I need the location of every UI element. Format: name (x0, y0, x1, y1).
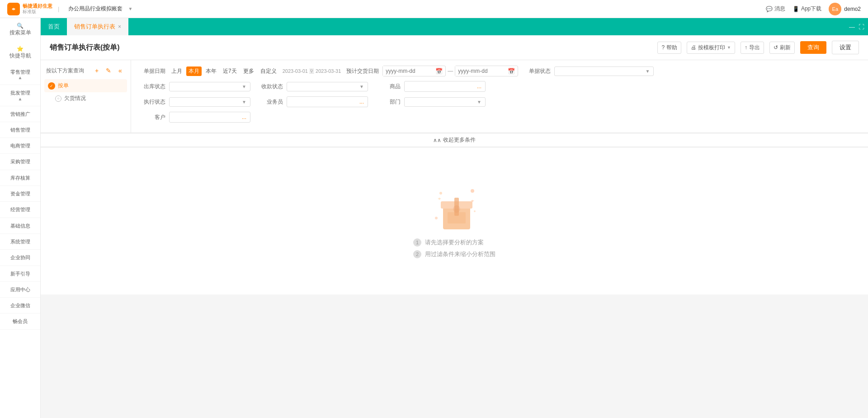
search-icon: 🔍 (17, 23, 24, 29)
customer-select[interactable]: ... (169, 112, 250, 123)
expected-delivery-date-group: 📅 — 📅 (382, 66, 518, 76)
sidebar-item-inventory[interactable]: 库存核算 (0, 170, 40, 186)
add-scheme-btn[interactable]: + (92, 66, 102, 76)
empty-illustration (432, 184, 477, 229)
tab-maximize-btn[interactable]: ⛶ (859, 24, 864, 30)
help-label: 帮助 (666, 44, 677, 52)
customer-label: 客户 (138, 114, 165, 121)
tab-close-icon[interactable]: × (118, 24, 121, 29)
sidebar-quick-nav[interactable]: ⭐ 快捷导航 (0, 41, 40, 64)
tab-sales-order[interactable]: 销售订单执行表 × (67, 18, 128, 35)
empty-tips: 1 请先选择要分析的方案 2 用过滤条件来缩小分析范围 (413, 238, 495, 258)
department-select[interactable]: ▼ (404, 97, 486, 107)
print-arrow-icon: ▼ (727, 45, 731, 50)
export-icon: ↑ (745, 44, 747, 51)
exec-status-arrow-icon: ▼ (242, 100, 246, 104)
app-name: 畅捷通好生意 (23, 3, 52, 9)
filter-field-customer: 客户 ... (138, 112, 250, 123)
empty-tip-1: 1 请先选择要分析的方案 (413, 238, 495, 247)
sidebar-item-purchase[interactable]: 采购管理 (0, 154, 40, 170)
logo-area: 畅捷通好生意 标准版 (7, 3, 52, 15)
sidebar-item-marketing[interactable]: 营销推广 (0, 106, 40, 122)
filter-row-1: 单据日期 上月 本月 本年 近7天 更多 自定义 2023-03-01 至 20… (138, 66, 861, 76)
date-tab-custom[interactable]: 自定义 (258, 66, 279, 76)
shipping-status-select[interactable]: ▼ (169, 82, 250, 91)
calendar-start-icon: 📅 (433, 68, 445, 75)
user-area[interactable]: Ea demo2 (829, 3, 861, 15)
app-download-action[interactable]: 📱 App下载 (793, 5, 821, 13)
query-btn[interactable]: 查询 (800, 41, 826, 54)
filter-fields: 单据日期 上月 本月 本年 近7天 更多 自定义 2023-03-01 至 20… (131, 60, 868, 133)
salesperson-select[interactable]: ... (287, 96, 368, 107)
sidebar-item-guide[interactable]: 新手引导 (0, 266, 40, 282)
sidebar-item-ecommerce[interactable]: 电商管理 (0, 138, 40, 154)
scheme-item-按单[interactable]: ✓ 按单 (44, 79, 127, 92)
order-status-select[interactable]: ▼ (554, 66, 654, 76)
exec-status-select[interactable]: ▼ (169, 97, 250, 107)
tab-home-label: 首页 (48, 23, 60, 31)
payment-status-select[interactable]: ▼ (287, 82, 368, 91)
tip-text-2: 用过滤条件来缩小分析范围 (425, 250, 495, 258)
tab-home[interactable]: 首页 (41, 18, 67, 35)
export-btn[interactable]: ↑ 导出 (741, 42, 764, 54)
sidebar-item-operation[interactable]: 经营管理 (0, 202, 40, 218)
header-right: 💬 消息 📱 App下载 Ea demo2 (766, 3, 861, 15)
scheme-label-按单: 按单 (58, 82, 69, 90)
sidebar: 🔍 搜索菜单 ⭐ 快捷导航 零售管理 ▲ 批发管理 ▲ 营销推广 销售管理 电商… (0, 18, 41, 418)
sidebar-item-wechat[interactable]: 企业微信 (0, 298, 40, 314)
sidebar-search-menu[interactable]: 🔍 搜索菜单 (0, 18, 40, 41)
sidebar-item-retail[interactable]: 零售管理 ▲ (0, 64, 40, 85)
tab-sales-order-label: 销售订单执行表 (74, 23, 115, 31)
message-action[interactable]: 💬 消息 (766, 5, 785, 13)
expected-delivery-end-field[interactable] (455, 66, 505, 76)
date-tab-current-month[interactable]: 本月 (186, 66, 202, 76)
svg-point-11 (453, 205, 460, 213)
collapse-up-icon: ∧∧ (433, 137, 441, 143)
svg-point-4 (435, 217, 438, 219)
tab-minimize-btn[interactable]: — (849, 24, 855, 30)
refresh-btn[interactable]: ↺ 刷新 (769, 42, 795, 54)
scheme-icon-欠货: ○ (55, 95, 61, 102)
sidebar-item-basic[interactable]: 基础信息 (0, 218, 40, 234)
payment-status-arrow-icon: ▼ (359, 84, 364, 89)
shipping-status-arrow-icon: ▼ (242, 84, 246, 89)
app-version: 标准版 (23, 9, 52, 14)
sidebar-item-appstore[interactable]: 应用中心 (0, 282, 40, 298)
date-tab-prev-month[interactable]: 上月 (169, 66, 184, 76)
tab-bar-actions: — ⛶ (845, 18, 868, 35)
sidebar-item-system[interactable]: 系统管理 (0, 234, 40, 250)
edit-scheme-btn[interactable]: ✎ (104, 66, 113, 76)
collapse-scheme-btn[interactable]: « (115, 66, 125, 76)
export-label: 导出 (749, 44, 760, 52)
expected-delivery-start-input[interactable]: 📅 (382, 66, 446, 76)
date-tab-current-year[interactable]: 本年 (203, 66, 219, 76)
svg-point-1 (439, 192, 442, 195)
sidebar-item-enterprise[interactable]: 企业协同 (0, 250, 40, 266)
help-btn[interactable]: ? 帮助 (657, 42, 681, 54)
filter-scheme-title: 按以下方案查询 (46, 67, 84, 75)
collapse-bar[interactable]: ∧∧ 收起更多条件 (41, 133, 868, 147)
svg-point-3 (474, 210, 476, 212)
settings-btn[interactable]: 设置 (832, 41, 859, 54)
refresh-label: 刷新 (780, 44, 791, 52)
date-tab-more[interactable]: 更多 (241, 66, 256, 76)
user-avatar: Ea (829, 3, 841, 15)
date-tab-recent7[interactable]: 近7天 (221, 66, 239, 76)
sidebar-item-finance[interactable]: 资金管理 (0, 186, 40, 202)
breadcrumb-arrow[interactable]: ▼ (128, 6, 132, 11)
expected-delivery-end-input[interactable]: 📅 (455, 66, 518, 76)
print-btn[interactable]: 🖨 按模板打印 ▼ (687, 42, 735, 54)
svg-rect-8 (448, 212, 466, 223)
sidebar-item-member[interactable]: 畅会员 (0, 314, 40, 329)
sidebar-item-sales[interactable]: 销售管理 (0, 122, 40, 138)
page-title: 销售订单执行表(按单) (50, 43, 120, 58)
scheme-item-欠货情况[interactable]: ○ 欠货情况 (44, 92, 127, 104)
refresh-icon: ↺ (774, 44, 778, 51)
content-area: 首页 销售订单执行表 × — ⛶ 销售订单执行表(按单) ? 帮助 (41, 18, 868, 418)
goods-label: 商品 (373, 83, 401, 90)
goods-ellipsis: ... (477, 83, 481, 90)
expected-delivery-start-field[interactable] (383, 66, 433, 76)
filter-field-payment: 收款状态 ▼ (256, 82, 368, 91)
sidebar-item-wholesale[interactable]: 批发管理 ▲ (0, 85, 40, 106)
goods-select[interactable]: ... (404, 81, 486, 92)
